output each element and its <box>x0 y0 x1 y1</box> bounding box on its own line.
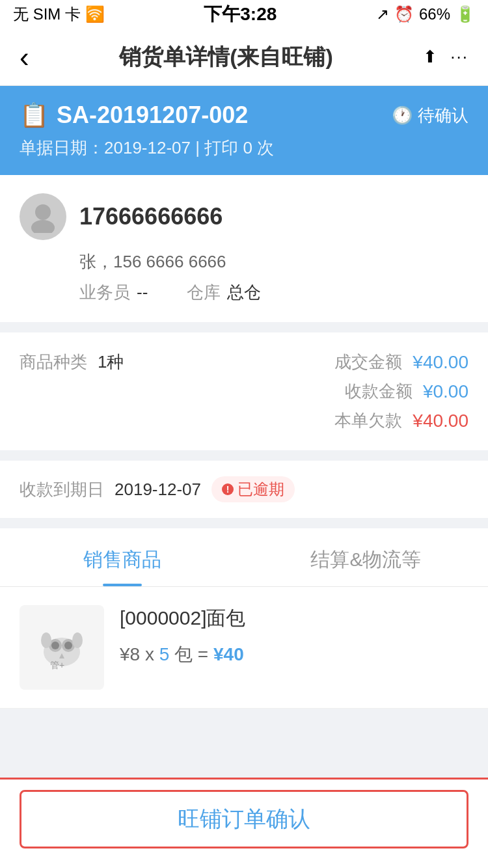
no-sim-text: 无 SIM 卡 🛜 <box>13 4 105 25</box>
order-icon: 📋 <box>20 102 49 129</box>
overdue-text: 已逾期 <box>237 479 284 500</box>
salesman-label: 业务员 <box>79 281 130 304</box>
avatar <box>20 193 66 240</box>
share-button[interactable]: ⬆ <box>423 47 437 67</box>
status-bar: 无 SIM 卡 🛜 下午3:28 ↗ ⏰ 66% 🔋 <box>0 0 488 29</box>
svg-point-6 <box>64 642 72 649</box>
customer-name-info: 张，156 6666 6666 <box>20 251 468 273</box>
due-date-card: 收款到期日 2019-12-07 ! 已逾期 <box>0 461 488 518</box>
battery-icon: 🔋 <box>455 5 475 23</box>
received-amount-label: 收款金额 <box>345 380 413 403</box>
confirm-button-wrapper: 旺铺订单确认 <box>0 778 488 868</box>
status-left: 无 SIM 卡 🛜 <box>13 4 105 25</box>
order-header-top: 📋 SA-20191207-002 🕐 待确认 <box>20 102 468 129</box>
tab-settlement-label: 结算&物流等 <box>310 549 421 570</box>
customer-meta: 业务员 -- 仓库 总仓 <box>20 281 468 304</box>
tab-sales-products[interactable]: 销售商品 <box>0 528 244 586</box>
order-date: 单据日期：2019-12-07 | 打印 0 次 <box>20 137 468 159</box>
amounts-block: 成交金额 ¥40.00 收款金额 ¥0.00 本单欠款 ¥40.00 <box>334 351 468 432</box>
tab-settlement[interactable]: 结算&物流等 <box>244 528 488 586</box>
product-price: ¥8 <box>120 644 140 664</box>
summary-row: 商品种类 1种 成交金额 ¥40.00 收款金额 ¥0.00 本单欠款 ¥40.… <box>20 351 468 432</box>
nav-right: ⬆ ··· <box>423 47 468 67</box>
product-type-label: 商品种类 <box>20 351 87 373</box>
salesman-value: -- <box>137 282 148 303</box>
table-row: 管+ [0000002]面包 ¥8 x 5 包 = ¥40 <box>0 587 488 709</box>
salesman-field: 业务员 -- <box>79 281 148 304</box>
svg-point-8 <box>41 632 51 648</box>
overdue-icon: ! <box>222 483 234 495</box>
svg-point-1 <box>31 220 55 233</box>
clock-icon: 🕐 <box>392 105 413 126</box>
nav-bar: ‹ 销货单详情(来自旺铺) ⬆ ··· <box>0 29 488 86</box>
product-thumb-icon: 管+ <box>36 619 88 675</box>
product-equals: = <box>198 644 213 664</box>
deal-amount-label: 成交金额 <box>334 351 402 373</box>
page-title: 销货单详情(来自旺铺) <box>119 42 333 72</box>
customer-top: 17666666666 <box>20 193 468 240</box>
tab-sales-products-label: 销售商品 <box>83 549 161 570</box>
svg-text:管+: 管+ <box>50 660 64 670</box>
svg-point-0 <box>35 204 51 220</box>
product-calc: ¥8 x 5 包 = ¥40 <box>120 642 468 667</box>
print-info: | 打印 0 次 <box>191 138 274 157</box>
product-thumbnail: 管+ <box>20 605 104 690</box>
due-date-value: 2019-12-07 <box>115 480 201 500</box>
date-label: 单据日期： <box>20 138 104 157</box>
warehouse-value: 总仓 <box>227 281 261 304</box>
product-type-value: 1种 <box>98 351 124 373</box>
customer-card: 17666666666 张，156 6666 6666 业务员 -- 仓库 总仓 <box>0 175 488 322</box>
deal-amount-value: ¥40.00 <box>413 352 468 373</box>
received-amount-row: 收款金额 ¥0.00 <box>345 380 468 403</box>
tabs-bar: 销售商品 结算&物流等 <box>0 528 488 587</box>
order-status-text: 待确认 <box>418 104 468 127</box>
product-type-field: 商品种类 1种 <box>20 351 124 373</box>
product-details: [0000002]面包 ¥8 x 5 包 = ¥40 <box>120 605 468 667</box>
product-list: 管+ [0000002]面包 ¥8 x 5 包 = ¥40 <box>0 587 488 709</box>
alarm-icon: ⏰ <box>394 5 414 23</box>
status-right: ↗ ⏰ 66% 🔋 <box>376 5 475 23</box>
order-status: 🕐 待确认 <box>392 104 468 127</box>
confirm-order-button[interactable]: 旺铺订单确认 <box>20 790 468 848</box>
owed-amount-label: 本单欠款 <box>334 409 402 432</box>
svg-point-9 <box>72 632 83 648</box>
product-multiply: x <box>145 644 159 664</box>
order-header-card: 📋 SA-20191207-002 🕐 待确认 单据日期：2019-12-07 … <box>0 86 488 175</box>
date-value: 2019-12-07 <box>104 138 191 157</box>
owed-amount-value: ¥40.00 <box>413 411 468 431</box>
product-quantity: 5 <box>159 644 170 664</box>
deal-amount-row: 成交金额 ¥40.00 <box>334 351 468 373</box>
nav-left: ‹ <box>20 41 29 74</box>
more-button[interactable]: ··· <box>450 47 468 67</box>
order-number-text: SA-20191207-002 <box>57 102 248 129</box>
svg-point-5 <box>51 642 59 649</box>
status-time: 下午3:28 <box>204 2 277 27</box>
product-total: ¥40 <box>213 644 244 664</box>
customer-phone: 17666666666 <box>79 203 223 230</box>
warehouse-field: 仓库 总仓 <box>187 281 261 304</box>
back-button[interactable]: ‹ <box>20 41 29 74</box>
location-icon: ↗ <box>376 5 389 23</box>
owed-amount-row: 本单欠款 ¥40.00 <box>334 409 468 432</box>
product-unit: 包 <box>174 644 193 664</box>
received-amount-value: ¥0.00 <box>423 381 468 402</box>
overdue-badge: ! 已逾期 <box>211 476 295 502</box>
product-name: [0000002]面包 <box>120 605 468 632</box>
summary-card: 商品种类 1种 成交金额 ¥40.00 收款金额 ¥0.00 本单欠款 ¥40.… <box>0 332 488 450</box>
battery-text: 66% <box>419 5 450 23</box>
order-number: 📋 SA-20191207-002 <box>20 102 248 129</box>
warehouse-label: 仓库 <box>187 281 221 304</box>
due-date-label: 收款到期日 <box>20 478 104 501</box>
